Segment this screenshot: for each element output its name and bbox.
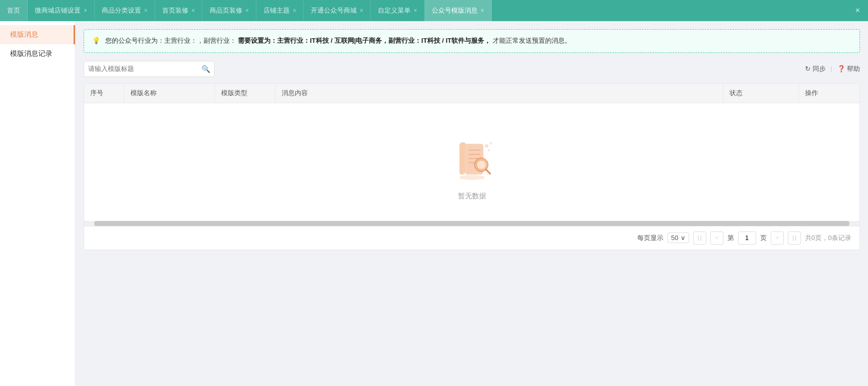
search-input[interactable] bbox=[88, 65, 202, 72]
page-prefix-label: 第 bbox=[727, 234, 734, 243]
close-store-setting[interactable]: × bbox=[84, 7, 87, 14]
tab-home-label: 首页 bbox=[7, 6, 20, 15]
divider: | bbox=[831, 65, 832, 72]
scroll-bar-inner[interactable] bbox=[94, 221, 849, 226]
th-index: 序号 bbox=[84, 84, 124, 103]
close-template-msg[interactable]: × bbox=[481, 7, 484, 14]
tab-open-mall[interactable]: 开通公众号商城 × bbox=[304, 0, 371, 21]
tab-store-theme-label: 店铺主题 bbox=[263, 6, 290, 15]
notice-suffix: 才能正常发送预置的消息。 bbox=[493, 37, 571, 44]
empty-state: 暂无数据 bbox=[84, 103, 859, 221]
page-size-select[interactable]: 50 ∨ bbox=[667, 233, 689, 243]
sidebar: 模版消息 模版消息记录 bbox=[0, 21, 76, 386]
search-actions: ↻ 同步 | ❓ 帮助 bbox=[805, 64, 860, 73]
tab-custom-menu-label: 自定义菜单 bbox=[378, 6, 411, 15]
search-icon[interactable]: 🔍 bbox=[202, 65, 210, 73]
last-page-button[interactable]: ⟩⟩ bbox=[788, 231, 801, 245]
search-bar: 🔍 ↻ 同步 | ❓ 帮助 bbox=[84, 61, 860, 77]
tab-template-msg-label: 公众号模版消息 bbox=[432, 6, 478, 15]
sidebar-item-template-msg-label: 模版消息 bbox=[10, 30, 38, 38]
sidebar-item-template-msg-log-label: 模版消息记录 bbox=[10, 49, 52, 57]
main-layout: 模版消息 模版消息记录 💡 您的公众号行业为：主营行业：，副营行业： 需要设置为… bbox=[0, 21, 868, 386]
tab-open-mall-label: 开通公众号商城 bbox=[311, 6, 357, 15]
sidebar-item-template-msg-log[interactable]: 模版消息记录 bbox=[0, 44, 75, 63]
notice-highlight: 需要设置为：主营行业：IT科技 / 互联网|电子商务，副营行业：IT科技 / I… bbox=[238, 37, 491, 44]
help-button[interactable]: ❓ 帮助 bbox=[837, 64, 860, 73]
tab-template-msg[interactable]: 公众号模版消息 × bbox=[425, 0, 492, 21]
search-input-wrap[interactable]: 🔍 bbox=[84, 61, 215, 77]
main-content: 💡 您的公众号行业为：主营行业：，副营行业： 需要设置为：主营行业：IT科技 /… bbox=[76, 21, 868, 386]
table-wrap: 序号 模版名称 模版类型 消息内容 状态 操作 bbox=[84, 83, 860, 250]
sync-button[interactable]: ↻ 同步 bbox=[805, 64, 826, 73]
th-content: 消息内容 bbox=[276, 84, 723, 103]
svg-point-0 bbox=[459, 175, 485, 180]
notice-prefix: 您的公众号行业为：主营行业：，副营行业： bbox=[105, 37, 236, 44]
page-size-value: 50 bbox=[671, 234, 678, 242]
help-circle-icon: ❓ bbox=[837, 65, 845, 72]
close-store-theme[interactable]: × bbox=[293, 7, 296, 14]
tab-homepage-decor[interactable]: 首页装修 × bbox=[155, 0, 203, 21]
table-header: 序号 模版名称 模版类型 消息内容 状态 操作 bbox=[84, 84, 859, 103]
notice-icon: 💡 bbox=[92, 37, 100, 44]
th-name: 模版名称 bbox=[124, 84, 215, 103]
page-number-input[interactable] bbox=[738, 231, 756, 245]
empty-text: 暂无数据 bbox=[458, 192, 486, 201]
tab-product-decor-label: 商品页装修 bbox=[210, 6, 242, 15]
tab-store-setting[interactable]: 微商城店铺设置 × bbox=[28, 0, 95, 21]
th-action: 操作 bbox=[799, 84, 859, 103]
chevron-down-icon: ∨ bbox=[681, 234, 686, 242]
close-homepage-decor[interactable]: × bbox=[191, 7, 195, 14]
close-product-decor[interactable]: × bbox=[245, 7, 249, 14]
close-custom-menu[interactable]: × bbox=[414, 7, 417, 14]
close-open-mall[interactable]: × bbox=[360, 7, 363, 14]
svg-line-7 bbox=[486, 169, 490, 173]
help-label: 帮助 bbox=[847, 64, 860, 73]
sidebar-item-template-msg[interactable]: 模版消息 bbox=[0, 25, 75, 44]
svg-point-6 bbox=[477, 161, 486, 169]
tab-store-theme[interactable]: 店铺主题 × bbox=[256, 0, 304, 21]
page-suffix-label: 页 bbox=[760, 234, 767, 243]
close-all-button[interactable]: × bbox=[847, 6, 868, 15]
next-page-button[interactable]: ＞ bbox=[771, 231, 784, 245]
scroll-bar-area[interactable] bbox=[84, 221, 859, 226]
tab-store-setting-label: 微商城店铺设置 bbox=[35, 6, 81, 15]
notice-banner: 💡 您的公众号行业为：主营行业：，副营行业： 需要设置为：主营行业：IT科技 /… bbox=[84, 29, 860, 53]
sync-label: 同步 bbox=[813, 64, 826, 73]
svg-point-8 bbox=[485, 144, 488, 147]
page-size-label: 每页显示 bbox=[637, 234, 663, 243]
tab-product-decor[interactable]: 商品页装修 × bbox=[203, 0, 256, 21]
empty-illustration bbox=[447, 133, 497, 184]
tab-category-setting-label: 商品分类设置 bbox=[102, 6, 141, 15]
first-page-button[interactable]: ⟨⟨ bbox=[693, 231, 706, 245]
svg-point-9 bbox=[488, 149, 490, 151]
prev-page-button[interactable]: ＜ bbox=[710, 231, 723, 245]
tab-home[interactable]: 首页 bbox=[0, 0, 28, 21]
th-type: 模版类型 bbox=[215, 84, 276, 103]
th-status: 状态 bbox=[723, 84, 799, 103]
page-total: 共0页，0条记录 bbox=[805, 234, 851, 243]
pagination: 每页显示 50 ∨ ⟨⟨ ＜ 第 页 ＞ ⟩⟩ 共0页，0条记录 bbox=[84, 226, 859, 250]
tab-category-setting[interactable]: 商品分类设置 × bbox=[95, 0, 155, 21]
close-category-setting[interactable]: × bbox=[144, 7, 148, 14]
tab-custom-menu[interactable]: 自定义菜单 × bbox=[371, 0, 425, 21]
tab-homepage-decor-label: 首页装修 bbox=[162, 6, 188, 15]
topbar: 首页 微商城店铺设置 × 商品分类设置 × 首页装修 × 商品页装修 × 店铺主… bbox=[0, 0, 868, 21]
sync-icon: ↻ bbox=[805, 65, 811, 72]
